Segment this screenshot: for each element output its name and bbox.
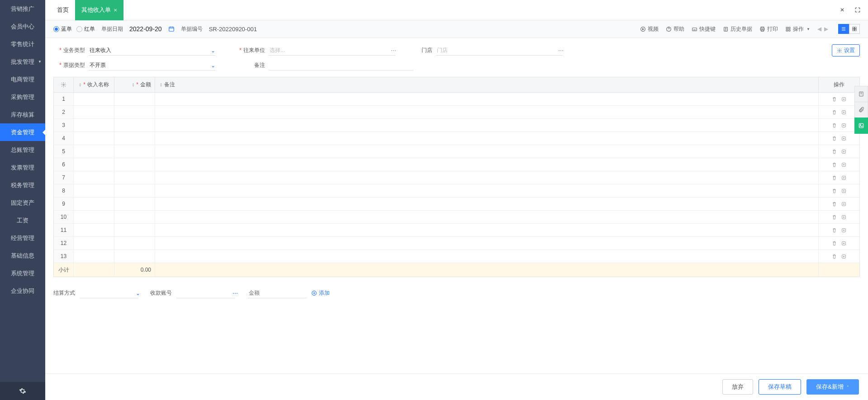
toolbar-print[interactable]: 打印 [759,25,778,33]
toolbar-shortcut[interactable]: 快捷键 [692,25,716,33]
more-icon[interactable]: ⋯ [558,47,564,54]
cell-name[interactable] [74,119,114,132]
add-row-icon[interactable] [841,201,847,207]
table-row[interactable]: 9 [54,198,859,211]
table-row[interactable]: 7 [54,171,859,184]
add-row-icon[interactable] [841,149,847,155]
settle-account-input[interactable] [176,288,235,298]
add-row-icon[interactable] [841,227,847,233]
cell-name[interactable] [74,93,114,105]
sidebar-item[interactable]: 工资 [0,212,45,229]
nav-next-icon[interactable]: ▶ [824,26,828,32]
tab-home[interactable]: 首页 [51,0,75,20]
table-row[interactable]: 11 [54,224,859,237]
table-row[interactable]: 8 [54,184,859,198]
sidebar-item[interactable]: 批发管理 [0,53,45,71]
fullscreen-icon[interactable] [853,5,863,15]
col-remark[interactable]: ▲▼备注 [155,77,819,92]
cell-amount[interactable] [114,145,155,158]
date-value[interactable]: 2022-09-20 [129,25,162,33]
col-amount[interactable]: ▲▼金额 [114,77,155,92]
cell-remark[interactable] [155,145,819,158]
add-row-icon[interactable] [841,122,847,128]
cell-amount[interactable] [114,132,155,145]
cell-remark[interactable] [155,211,819,223]
delete-icon[interactable] [831,149,837,155]
sidebar-item[interactable]: 资金管理 [0,123,45,141]
table-row[interactable]: 1 [54,93,859,106]
side-note-icon[interactable] [854,86,868,102]
view-list-icon[interactable] [838,24,849,34]
toolbar-help[interactable]: 帮助 [666,25,684,33]
calendar-icon[interactable] [168,26,175,32]
cell-name[interactable] [74,132,114,145]
save-draft-button[interactable]: 保存草稿 [759,379,801,395]
party-input[interactable] [269,45,395,56]
toolbar-video[interactable]: 视频 [640,25,659,33]
sidebar-item[interactable]: 税务管理 [0,176,45,194]
delete-icon[interactable] [831,175,837,181]
save-new-button[interactable]: 保存&新增⌃ [806,379,859,395]
sidebar-item[interactable]: 总账管理 [0,141,45,159]
sidebar-item[interactable]: 企业协同 [0,282,45,300]
sidebar-item[interactable]: 电商管理 [0,71,45,88]
add-row-icon[interactable] [841,240,847,246]
cell-name[interactable] [74,184,114,197]
sidebar-item[interactable]: 零售统计 [0,35,45,53]
table-row[interactable]: 13 [54,250,859,263]
cell-amount[interactable] [114,211,155,223]
radio-red[interactable]: 红单 [76,25,95,33]
delete-icon[interactable] [831,240,837,246]
delete-icon[interactable] [831,162,837,168]
sidebar-item[interactable]: 营销推广 [0,0,45,18]
table-row[interactable]: 10 [54,211,859,224]
cell-remark[interactable] [155,158,819,171]
discard-button[interactable]: 放弃 [722,379,753,395]
sidebar-item[interactable]: 系统管理 [0,264,45,282]
add-settlement-button[interactable]: 添加 [311,289,330,297]
table-row[interactable]: 4 [54,132,859,145]
cell-name[interactable] [74,158,114,171]
biz-type-input[interactable] [89,45,215,56]
cell-amount[interactable] [114,106,155,118]
cell-name[interactable] [74,250,114,263]
cell-amount[interactable] [114,198,155,210]
settle-method-input[interactable] [80,288,138,298]
store-input[interactable] [436,45,563,56]
table-row[interactable]: 12 [54,237,859,250]
cell-name[interactable] [74,237,114,249]
col-income-name[interactable]: ▲▼收入名称 [74,77,114,92]
cell-amount[interactable] [114,237,155,249]
delete-icon[interactable] [831,201,837,207]
cell-remark[interactable] [155,119,819,132]
cell-remark[interactable] [155,237,819,249]
sidebar-item[interactable]: 基础信息 [0,247,45,264]
delete-icon[interactable] [831,188,837,194]
view-grid-icon[interactable] [849,24,860,34]
more-icon[interactable]: ⋯ [232,290,238,296]
add-row-icon[interactable] [841,175,847,181]
table-row[interactable]: 6 [54,158,859,171]
cell-amount[interactable] [114,184,155,197]
table-row[interactable]: 2 [54,106,859,119]
invoice-input[interactable] [89,60,215,71]
add-row-icon[interactable] [841,188,847,194]
add-row-icon[interactable] [841,136,847,141]
delete-icon[interactable] [831,214,837,220]
cell-amount[interactable] [114,250,155,263]
cell-name[interactable] [74,198,114,210]
delete-icon[interactable] [831,109,837,115]
settle-amount-input[interactable] [248,288,307,298]
radio-blue[interactable]: 蓝单 [53,25,72,33]
sidebar-item[interactable]: 会员中心 [0,18,45,35]
nav-prev-icon[interactable]: ◀ [817,26,821,32]
tab-close-all[interactable]: ✕ [837,5,847,15]
cell-name[interactable] [74,224,114,236]
cell-amount[interactable] [114,171,155,184]
cell-remark[interactable] [155,132,819,145]
delete-icon[interactable] [831,227,837,233]
cell-remark[interactable] [155,224,819,236]
cell-amount[interactable] [114,224,155,236]
add-row-icon[interactable] [841,109,847,115]
delete-icon[interactable] [831,136,837,141]
